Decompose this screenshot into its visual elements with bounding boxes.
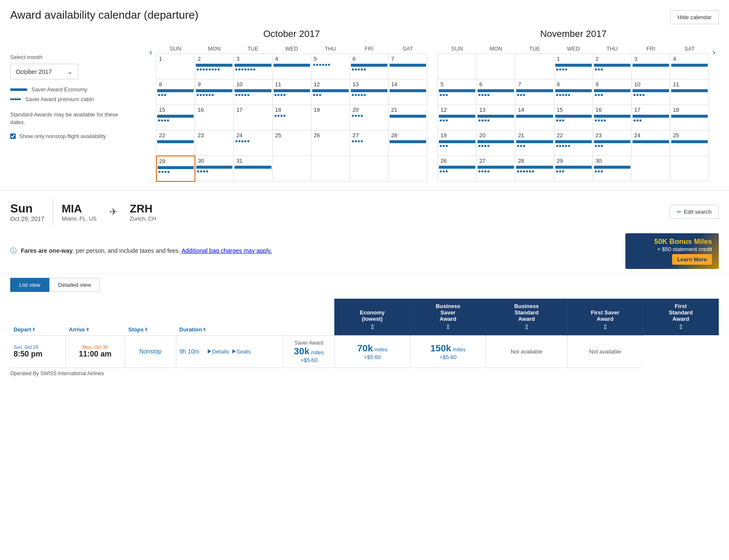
first-standard-header-content: FirstStandardAward ⇕ (647, 303, 715, 331)
flight-route-info: Sun Oct 29, 2017 MIA Miami, FL, US ✈ ZRH… (10, 199, 156, 225)
nov-11[interactable]: 11 (670, 79, 709, 105)
oct-15[interactable]: 15 (156, 105, 195, 130)
oct-30[interactable]: 30 (195, 156, 234, 181)
oct-25[interactable]: 25 (272, 130, 311, 156)
nov-16[interactable]: 16 (593, 105, 631, 130)
nov-19[interactable]: 19 (438, 130, 477, 156)
nov-5[interactable]: 5 (438, 79, 477, 105)
oct-27[interactable]: 27 (350, 130, 388, 156)
oct-21[interactable]: 21 (388, 105, 427, 130)
nonstop-checkbox[interactable] (10, 133, 16, 139)
oct-6[interactable]: 6 (350, 54, 388, 79)
oct-9[interactable]: 9 (195, 79, 234, 105)
depart-date: Sun, Oct 29 (14, 345, 62, 350)
first-saver-sort-btn[interactable]: ⇕ (602, 323, 608, 331)
nov-4[interactable]: 4 (670, 54, 709, 79)
nov-25[interactable]: 25 (670, 130, 709, 156)
nov-3[interactable]: 3 (631, 54, 670, 79)
oct-20[interactable]: 20 (350, 105, 388, 130)
business-standard-col-header[interactable]: BusinessStandardAward ⇕ (486, 299, 568, 336)
economy-col-header[interactable]: Economy(lowest) ⇕ (334, 299, 410, 336)
oct-26[interactable]: 26 (311, 130, 350, 156)
economy-header-content: Economy(lowest) ⇕ (338, 309, 407, 331)
seats-label: Seats (237, 348, 251, 355)
oct-8[interactable]: 8 (156, 79, 195, 105)
prev-month-button[interactable]: ‹ (146, 44, 156, 60)
nov-24[interactable]: 24 (631, 130, 670, 156)
nov-20[interactable]: 20 (477, 130, 515, 156)
oct-28[interactable]: 28 (388, 130, 427, 156)
nov-13[interactable]: 13 (477, 105, 515, 130)
month-select[interactable]: October 2017 ⌄ (10, 64, 78, 79)
bag-charges-link[interactable]: Additional bag charges may apply. (181, 247, 272, 254)
first-standard-sort-btn[interactable]: ⇕ (678, 323, 684, 331)
business-saver-col-header[interactable]: BusinessSaverAward ⇕ (410, 299, 486, 336)
first-standard-col-header[interactable]: FirstStandardAward ⇕ (643, 299, 718, 336)
details-link[interactable]: Details (208, 348, 229, 355)
nov-8[interactable]: 8 (554, 79, 593, 105)
nov-10[interactable]: 10 (631, 79, 670, 105)
nov-29[interactable]: 29 (554, 156, 593, 181)
calendar-section: Select month October 2017 ⌄ Saver Award … (0, 28, 729, 191)
oct-11[interactable]: 11 (272, 79, 311, 105)
nov-2[interactable]: 2 (593, 54, 631, 79)
oct-7[interactable]: 7 (388, 54, 427, 79)
tab-detailed-view[interactable]: Detailed view (49, 278, 100, 292)
oct-17[interactable]: 17 (234, 105, 272, 130)
next-month-button[interactable]: › (709, 44, 719, 60)
oct-12[interactable]: 12 (311, 79, 350, 105)
oct-18[interactable]: 18 (272, 105, 311, 130)
details-label: Details (212, 348, 229, 355)
edit-search-button[interactable]: ✏ Edit search (670, 205, 719, 219)
seats-link[interactable]: Seats (232, 348, 251, 355)
duration-sort[interactable]: Duration ⇕ (179, 326, 331, 333)
hide-calendar-button[interactable]: Hide calendar (670, 10, 719, 24)
nov-12[interactable]: 12 (438, 105, 477, 130)
nov-18[interactable]: 18 (670, 105, 709, 130)
oct-14[interactable]: 14 (388, 79, 427, 105)
nov-26[interactable]: 26 (438, 156, 477, 181)
arrive-sort[interactable]: Arrive ⇕ (69, 326, 122, 333)
first-saver-col-header[interactable]: First SaverAward ⇕ (567, 299, 643, 336)
oct-22[interactable]: 22 (156, 130, 195, 156)
arrive-sort-icon: ⇕ (86, 327, 89, 332)
nov-21[interactable]: 21 (515, 130, 554, 156)
flight-cols-header: Depart ⇕ Arrive ⇕ (10, 299, 334, 336)
oct-2[interactable]: 2 (195, 54, 234, 79)
oct-24[interactable]: 24 (234, 130, 272, 156)
nov-9[interactable]: 9 (593, 79, 631, 105)
nov-empty-2 (477, 54, 515, 79)
nov-17[interactable]: 17 (631, 105, 670, 130)
nov-27[interactable]: 27 (477, 156, 515, 181)
stops-sort[interactable]: Stops ⇕ (128, 326, 172, 333)
business-saver-sort-btn[interactable]: ⇕ (445, 323, 451, 331)
oct-31[interactable]: 31 (234, 156, 272, 181)
oct-13[interactable]: 13 (350, 79, 388, 105)
depart-sort[interactable]: Depart ⇕ (14, 326, 62, 333)
table-header-row: Depart ⇕ Arrive ⇕ (10, 299, 719, 336)
oct-3[interactable]: 3 (234, 54, 272, 79)
oct-10[interactable]: 10 (234, 79, 272, 105)
oct-19[interactable]: 19 (311, 105, 350, 130)
oct-5[interactable]: 5 (311, 54, 350, 79)
nov-30[interactable]: 30 (593, 156, 631, 181)
economy-sort-btn[interactable]: ⇕ (370, 323, 375, 331)
oct-16[interactable]: 16 (195, 105, 234, 130)
nov-6[interactable]: 6 (477, 79, 515, 105)
nov-23[interactable]: 23 (593, 130, 631, 156)
oct-29[interactable]: 29 (156, 156, 195, 181)
nov-1[interactable]: 1 (554, 54, 593, 79)
oct-1[interactable]: 1 (156, 54, 195, 79)
nov-7[interactable]: 7 (515, 79, 554, 105)
business-standard-sort-btn[interactable]: ⇕ (524, 323, 529, 331)
economy-award-type: Saver Award (287, 340, 331, 346)
oct-4[interactable]: 4 (272, 54, 311, 79)
oct-23[interactable]: 23 (195, 130, 234, 156)
nov-28[interactable]: 28 (515, 156, 554, 181)
tab-list-view[interactable]: List view (10, 278, 49, 292)
nov-15[interactable]: 15 (554, 105, 593, 130)
oct-tue-header: TUE (234, 44, 272, 54)
nov-14[interactable]: 14 (515, 105, 554, 130)
nov-22[interactable]: 22 (554, 130, 593, 156)
learn-more-button[interactable]: Learn More (672, 254, 712, 265)
